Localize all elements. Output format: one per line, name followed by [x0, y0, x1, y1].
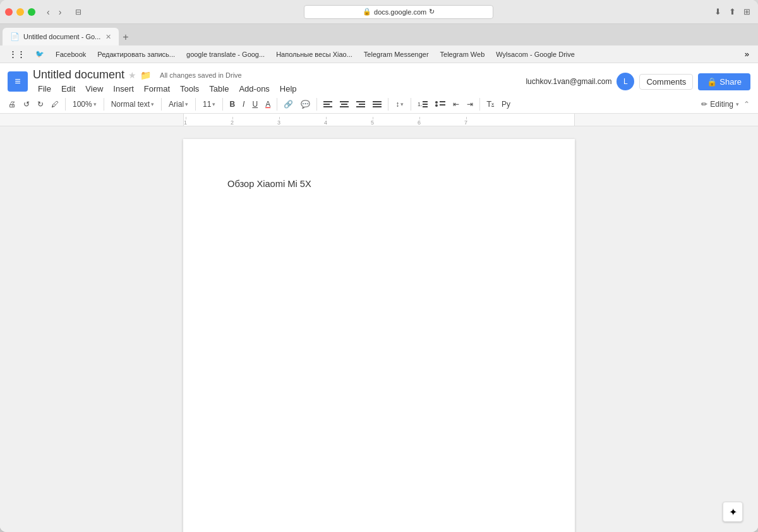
paint-format-button[interactable]: 🖊 [48, 98, 62, 111]
bookmark-telegram[interactable]: Telegram Messenger [359, 49, 434, 59]
document-title[interactable]: Untitled document [33, 68, 124, 82]
menu-file[interactable]: File [33, 83, 56, 95]
align-center-button[interactable] [337, 98, 352, 111]
menu-addons[interactable]: Add-ons [234, 83, 274, 95]
editing-dropdown[interactable]: ✏ Editing ▾ [701, 100, 739, 109]
address-bar[interactable]: 🔒 docs.google.com ↻ [304, 5, 493, 19]
menu-table[interactable]: Table [204, 83, 234, 95]
google-docs-app: ≡ Untitled document ★ 📁 All changes save… [0, 63, 758, 532]
ruler: 1 2 3 4 5 6 7 [0, 114, 758, 126]
align-justify-button[interactable] [370, 98, 385, 111]
docs-logo[interactable]: ≡ [8, 71, 28, 92]
bookmark-wylsacom[interactable]: Wylsacom - Google Drive [491, 49, 580, 59]
svg-rect-4 [341, 104, 347, 105]
insert-link-button[interactable]: 🔗 [280, 98, 296, 111]
bullet-list-button[interactable] [432, 98, 448, 111]
undo-button[interactable]: ↺ [20, 98, 33, 111]
menu-tools[interactable]: Tools [175, 83, 204, 95]
clear-format-button[interactable]: Tx [483, 97, 497, 111]
fullscreen-icon[interactable]: ⊞ [741, 6, 753, 18]
document-content[interactable]: Обзор Xiaomi Mi 5X [227, 177, 531, 191]
bookmark-facebook[interactable]: Facebook [51, 49, 91, 59]
print-button[interactable]: 🖨 [5, 98, 19, 111]
bookmark-google-translate[interactable]: google translate - Goog... [181, 49, 270, 59]
menu-format[interactable]: Format [139, 83, 175, 95]
svg-rect-13 [423, 101, 428, 102]
numbered-list-button[interactable]: 1. [414, 98, 431, 111]
collapse-toolbar-button[interactable]: ⌃ [740, 98, 753, 111]
tab-title: Untitled document - Go... [23, 33, 100, 40]
bookmark-telegram-web[interactable]: Telegram Web [435, 49, 490, 59]
download-icon[interactable]: ⬇ [712, 6, 724, 18]
text-color-button[interactable]: A [262, 98, 274, 111]
svg-rect-1 [323, 104, 330, 105]
address-bar-container: 🔒 docs.google.com ↻ [90, 5, 707, 19]
align-right-button[interactable] [353, 98, 368, 111]
tabs-bar: 📄 Untitled document - Go... ✕ + [0, 24, 758, 45]
style-dropdown[interactable]: Normal text ▾ [107, 99, 158, 110]
bold-button[interactable]: B [226, 98, 238, 111]
bookmarks-more-button[interactable]: » [741, 48, 753, 60]
user-avatar[interactable]: L [617, 73, 634, 90]
bookmarks-apps-icon: ⋮⋮ [5, 48, 29, 60]
menu-view[interactable]: View [80, 83, 108, 95]
refresh-icon[interactable]: ↻ [429, 8, 435, 16]
tab-favicon: 📄 [10, 32, 20, 41]
size-dropdown[interactable]: 11 ▾ [199, 99, 219, 110]
ru-button[interactable]: Ру [498, 98, 514, 111]
separator-7 [316, 98, 317, 111]
forward-button[interactable]: › [55, 6, 66, 18]
redo-button[interactable]: ↻ [34, 98, 47, 111]
separator-6 [277, 98, 277, 111]
docs-toolbar: 🖨 ↺ ↻ 🖊 100% ▾ Normal text ▾ Arial ▾ 11 [0, 95, 758, 114]
explore-button[interactable]: ✦ [723, 502, 743, 522]
bookmark-redact[interactable]: Редактировать запись... [92, 49, 180, 59]
active-tab[interactable]: 📄 Untitled document - Go... ✕ [3, 28, 119, 45]
align-left-button[interactable] [320, 98, 335, 111]
bookmark-twitter[interactable]: 🐦 [30, 49, 49, 59]
font-dropdown[interactable]: Arial ▾ [165, 99, 192, 110]
editing-arrow: ▾ [736, 101, 739, 107]
indent-more-button[interactable]: ⇥ [464, 98, 476, 111]
tab-close-icon[interactable]: ✕ [105, 33, 111, 41]
separator-9 [411, 98, 411, 111]
new-tab-button[interactable]: + [119, 32, 132, 43]
star-icon[interactable]: ★ [128, 70, 136, 80]
style-arrow: ▾ [151, 101, 154, 107]
menu-insert[interactable]: Insert [108, 83, 139, 95]
svg-text:1.: 1. [418, 101, 423, 107]
share-button[interactable]: 🔒 Share [698, 73, 750, 90]
italic-button[interactable]: I [239, 98, 248, 111]
docs-body: Обзор Xiaomi Mi 5X ✦ [0, 126, 758, 532]
indent-less-button[interactable]: ⇤ [450, 98, 462, 111]
lock-icon: 🔒 [363, 8, 371, 16]
line-spacing-dropdown[interactable]: ↕ ▾ [392, 99, 407, 110]
close-button[interactable] [5, 8, 13, 16]
menu-edit[interactable]: Edit [56, 83, 80, 95]
svg-rect-14 [423, 104, 428, 105]
line-spacing-icon: ↕ [395, 100, 399, 109]
zoom-value: 100% [73, 100, 92, 109]
nav-buttons: ‹ › [43, 6, 65, 18]
menu-help[interactable]: Help [275, 83, 302, 95]
insert-comment-button[interactable]: 💬 [298, 98, 313, 111]
user-email[interactable]: luchkov.1van@gmail.com [526, 77, 611, 86]
bookmark-xiaomi[interactable]: Напольные весы Xiao... [271, 49, 358, 59]
share-icon[interactable]: ⬆ [726, 6, 738, 18]
svg-rect-15 [423, 106, 428, 107]
right-icons: ⬇ ⬆ ⊞ [712, 6, 753, 18]
separator-5 [222, 98, 223, 111]
docs-page[interactable]: Обзор Xiaomi Mi 5X [183, 139, 575, 532]
maximize-button[interactable] [28, 8, 35, 16]
svg-rect-6 [356, 101, 365, 102]
folder-icon[interactable]: 📁 [140, 70, 151, 80]
sidebar-toggle-button[interactable]: ⊟ [71, 6, 85, 18]
zoom-dropdown[interactable]: 100% ▾ [69, 99, 100, 110]
svg-rect-3 [340, 101, 349, 102]
comments-button[interactable]: Comments [639, 74, 693, 90]
share-label: Share [719, 77, 742, 87]
back-button[interactable]: ‹ [43, 6, 54, 18]
underline-button[interactable]: U [249, 98, 261, 111]
minimize-button[interactable] [16, 8, 24, 16]
svg-rect-10 [373, 104, 382, 105]
